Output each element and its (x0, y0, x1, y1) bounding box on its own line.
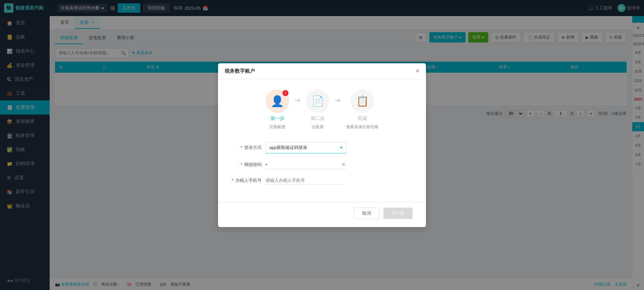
phone-wrapper (266, 176, 346, 185)
dialog-overlay: 税务数字账户 × 👤 ! 第一步 完善账密 ➜ (0, 0, 644, 290)
tax-digital-dialog: 税务数字账户 × 👤 ! 第一步 完善账密 ➜ (218, 63, 426, 227)
dialog-title: 税务数字账户 (225, 68, 255, 74)
login-method-row: * 登录方式 app获取验证码登录 ▾ (231, 142, 413, 153)
login-method-value: app获取验证码登录 (269, 145, 307, 151)
password-wrapper: 👁 (266, 161, 346, 169)
step-3: 📋 完成 查看具体任务结果 (346, 89, 378, 130)
phone-row: * 办税人手机号 (231, 176, 413, 185)
login-method-label: * 登录方式 (231, 145, 262, 151)
next-button[interactable]: 下一步 (383, 208, 413, 219)
step-1: 👤 ! 第一步 完善账密 (266, 89, 289, 130)
dialog-footer: 取消 下一步 (218, 202, 426, 227)
cancel-button[interactable]: 取消 (354, 208, 379, 219)
password-input[interactable] (266, 162, 341, 167)
dialog-header: 税务数字账户 × (218, 63, 426, 79)
eye-toggle-icon[interactable]: 👁 (341, 162, 346, 167)
phone-label: * 办税人手机号 (231, 177, 262, 184)
select-dropdown-icon: ▾ (340, 145, 342, 150)
step1-icon: 👤 ! (266, 89, 289, 113)
password-row: * 网报密码 👁 (231, 161, 413, 169)
arrow-2: ➜ (329, 96, 346, 105)
password-label: * 网报密码 (231, 162, 262, 168)
step3-desc: 查看具体任务结果 (346, 124, 378, 130)
step2-title: 第二步 (311, 116, 325, 122)
dialog-close-btn[interactable]: × (416, 68, 419, 74)
step3-title: 完成 (358, 116, 367, 122)
steps-row: 👤 ! 第一步 完善账密 ➜ 📄 第二步 去取票 ➜ (231, 89, 413, 130)
dialog-body: 👤 ! 第一步 完善账密 ➜ 📄 第二步 去取票 ➜ (218, 79, 426, 202)
step-2: 📄 第二步 去取票 (306, 89, 329, 130)
step2-icon: 📄 (306, 89, 329, 113)
step3-icon: 📋 (351, 89, 374, 113)
step1-desc: 完善账密 (269, 124, 285, 130)
login-method-select[interactable]: app获取验证码登录 ▾ (266, 142, 346, 153)
step1-badge: ! (282, 90, 288, 96)
step1-title: 第一步 (270, 116, 284, 122)
phone-input[interactable] (266, 178, 346, 183)
arrow-1: ➜ (289, 96, 306, 105)
step2-desc: 去取票 (312, 124, 324, 130)
